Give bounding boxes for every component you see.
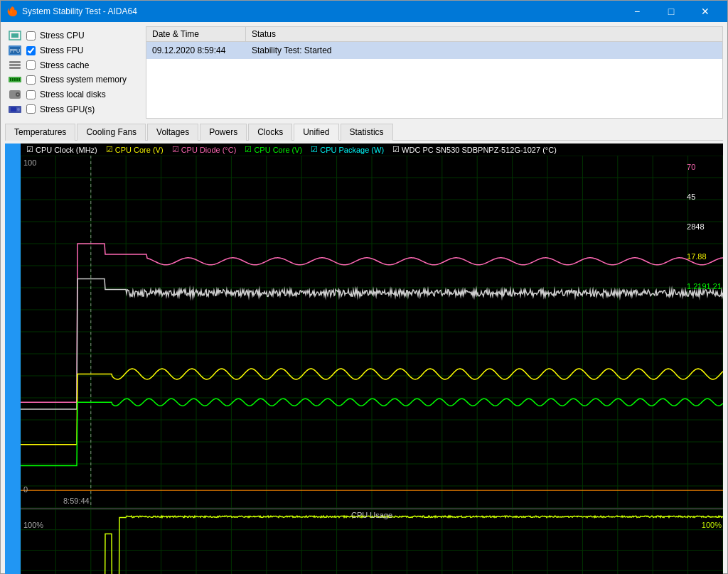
top-y-min: 0 <box>23 485 28 494</box>
rl-2848: 2848 <box>687 222 722 231</box>
tab-unified[interactable]: Unified <box>294 124 338 141</box>
svg-rect-12 <box>16 78 18 81</box>
date-time-header: Date & Time <box>146 27 246 41</box>
top-chart-canvas <box>21 156 723 508</box>
svg-rect-6 <box>9 64 21 66</box>
right-labels: 70 45 2848 17.88 1.2191.21 <box>687 163 722 291</box>
cache-icon <box>8 60 22 71</box>
rl-70: 70 <box>687 163 722 171</box>
tab-statistics[interactable]: Statistics <box>341 124 393 141</box>
svg-rect-10 <box>12 78 14 81</box>
chart-legend: ☑ CPU Clock (MHz) ☑ CPU Core (V) ☑ CPU D… <box>21 144 723 156</box>
tab-powers[interactable]: Powers <box>200 124 247 141</box>
main-window: System Stability Test - AIDA64 − □ ✕ Str… <box>0 0 728 574</box>
legend-check-cpu-diode: ☑ <box>172 145 179 154</box>
svg-point-16 <box>17 94 18 95</box>
minimize-button[interactable]: − <box>621 1 653 22</box>
side-indicator <box>5 144 21 574</box>
legend-label-cpu-clock: CPU Clock (MHz) <box>36 146 97 154</box>
legend-check-cpu-core-v: ☑ <box>106 145 113 154</box>
rl-121: 1.2191.21 <box>687 282 722 291</box>
svg-rect-13 <box>18 78 20 81</box>
stress-disk-checkbox[interactable] <box>26 90 36 99</box>
bottom-right-label: 100% <box>702 521 722 529</box>
disk-icon <box>8 89 22 100</box>
app-icon <box>6 6 18 17</box>
legend-check-cpu-package: ☑ <box>311 145 318 154</box>
tab-clocks[interactable]: Clocks <box>248 124 292 141</box>
stress-disk-label: Stress local disks <box>40 90 106 99</box>
stress-gpu-item: Stress GPU(s) <box>8 102 137 116</box>
svg-rect-18 <box>11 107 16 112</box>
tab-temperatures[interactable]: Temperatures <box>5 124 75 141</box>
stress-memory-label: Stress system memory <box>40 75 127 85</box>
title-bar-left: System Stability Test - AIDA64 <box>6 6 137 17</box>
top-x-label: 8:59:44 <box>63 497 90 505</box>
fpu-icon: FPU <box>8 45 22 56</box>
main-content: Stress CPU FPU Stress FPU <box>1 22 727 574</box>
stress-options-panel: Stress CPU FPU Stress FPU <box>5 26 140 119</box>
memory-icon <box>8 74 22 85</box>
svg-rect-7 <box>9 67 21 69</box>
legend-label-cpu-core-v: CPU Core (V) <box>115 146 164 154</box>
legend-label-wdc: WDC PC SN530 SDBPNPZ-512G-1027 (°C) <box>402 146 557 154</box>
legend-cpu-clock: ☑ CPU Clock (MHz) <box>26 145 97 154</box>
status-header: Date & Time Status <box>146 27 722 42</box>
window-title: System Stability Test - AIDA64 <box>22 6 137 16</box>
svg-rect-11 <box>14 78 16 81</box>
svg-rect-5 <box>9 61 21 63</box>
close-window-button[interactable]: ✕ <box>689 1 722 22</box>
gpu-icon <box>8 104 22 115</box>
stress-cpu-label: Stress CPU <box>40 31 85 40</box>
stress-memory-checkbox[interactable] <box>26 75 36 85</box>
status-row: 09.12.2020 8:59:44 Stability Test: Start… <box>146 42 722 59</box>
stress-cpu-checkbox[interactable] <box>26 31 36 40</box>
stress-cache-label: Stress cache <box>40 60 89 70</box>
top-section: Stress CPU FPU Stress FPU <box>5 26 723 119</box>
tab-cooling-fans[interactable]: Cooling Fans <box>77 124 146 141</box>
svg-rect-9 <box>10 78 11 81</box>
legend-cpu-diode: ☑ CPU Diode (°C) <box>172 145 237 154</box>
datetime-cell: 09.12.2020 8:59:44 <box>146 44 246 57</box>
stress-fpu-label: Stress FPU <box>40 45 83 55</box>
svg-text:FPU: FPU <box>10 48 20 53</box>
legend-cpu-package: ☑ CPU Package (W) <box>311 145 384 154</box>
stress-cache-checkbox[interactable] <box>26 60 36 70</box>
tabs-row: Temperatures Cooling Fans Voltages Power… <box>5 123 723 141</box>
stress-memory-item: Stress system memory <box>8 73 137 87</box>
stress-cpu-item: Stress CPU <box>8 29 137 43</box>
bottom-chart: CPU Usage 100% 0% 100% <box>21 509 723 574</box>
charts-inner: ☑ CPU Clock (MHz) ☑ CPU Core (V) ☑ CPU D… <box>21 144 723 574</box>
rl-45: 45 <box>687 193 722 201</box>
cpu-usage-title: CPU Usage <box>351 511 392 519</box>
rl-1788: 17.88 <box>687 252 722 261</box>
stress-fpu-checkbox[interactable] <box>26 46 36 55</box>
legend-label-cpu-package: CPU Package (W) <box>320 146 384 154</box>
title-controls: − □ ✕ <box>621 1 722 22</box>
tab-voltages[interactable]: Voltages <box>147 124 198 141</box>
stress-fpu-item: FPU Stress FPU <box>8 44 137 58</box>
svg-point-19 <box>17 108 20 111</box>
status-text-cell: Stability Test: Started <box>246 44 722 57</box>
stress-cache-item: Stress cache <box>8 58 137 72</box>
legend-cpu-core-2: ☑ CPU Core (V) <box>245 145 302 154</box>
stress-disk-item: Stress local disks <box>8 88 137 102</box>
svg-rect-1 <box>11 33 18 38</box>
legend-wdc: ☑ WDC PC SN530 SDBPNPZ-512G-1027 (°C) <box>392 145 557 154</box>
charts-wrapper: ☑ CPU Clock (MHz) ☑ CPU Core (V) ☑ CPU D… <box>5 144 723 574</box>
maximize-button[interactable]: □ <box>655 1 687 22</box>
stress-gpu-checkbox[interactable] <box>26 104 36 114</box>
legend-cpu-core-v: ☑ CPU Core (V) <box>106 145 164 154</box>
top-chart: 100 0 8:59:44 70 45 2848 17.88 1.2191.21 <box>21 156 723 509</box>
legend-check-cpu-core-2: ☑ <box>245 145 252 154</box>
legend-check-cpu-clock: ☑ <box>26 145 33 154</box>
bottom-y-max: 100% <box>23 521 43 529</box>
title-bar: System Stability Test - AIDA64 − □ ✕ <box>1 1 727 22</box>
status-header-col: Status <box>246 27 722 41</box>
cpu-icon <box>8 30 22 41</box>
status-panel: Date & Time Status 09.12.2020 8:59:44 St… <box>146 26 723 119</box>
legend-check-wdc: ☑ <box>392 145 400 154</box>
legend-label-cpu-diode: CPU Diode (°C) <box>181 146 237 154</box>
stress-gpu-label: Stress GPU(s) <box>40 104 95 114</box>
legend-label-cpu-core-2: CPU Core (V) <box>254 146 302 154</box>
